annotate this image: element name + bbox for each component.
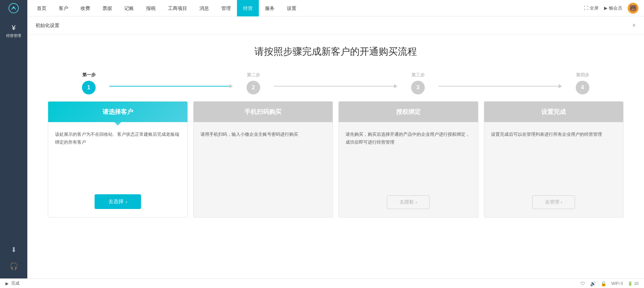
- nav-item-fee[interactable]: 收费: [74, 0, 96, 16]
- sidebar-item-label: 经营管理: [6, 33, 21, 38]
- nav-logo: [0, 0, 27, 16]
- step-1-circle: 1: [82, 81, 96, 94]
- nav-item-operation[interactable]: 经营: [237, 0, 259, 16]
- battery-icon: 🔋 10: [628, 281, 639, 286]
- card-2-body: 请用手机扫码，输入小微企业主账号密码进行购买: [194, 122, 333, 204]
- step-3: 第三步 3: [397, 72, 438, 94]
- page-title: 初始化设置: [36, 23, 59, 29]
- play-status-icon: ▶: [5, 281, 9, 286]
- headset-icon[interactable]: 🎧: [7, 259, 21, 273]
- card-2-footer: [194, 204, 333, 217]
- cards-row: 请选择客户 该处展示的客户为不在回收站、客户状态正常建账后完成老板端绑定的所有客…: [48, 101, 624, 218]
- card-4: 设置完成 设置完成后可以在管理列表进行所有企业用户的经营管理 去管理 ›: [484, 101, 624, 218]
- avatar[interactable]: 🐻: [628, 3, 639, 14]
- card-3: 授权绑定 请先购买，购买后选择开通的产品中的企业用户进行授权绑定，成功后即可进行…: [338, 101, 478, 218]
- card-2-header: 手机扫码购买: [194, 102, 333, 122]
- page-header: 初始化设置 ×: [27, 16, 644, 35]
- step-2-label: 第二步: [247, 72, 260, 78]
- connector-1: [109, 84, 233, 88]
- status-bar-right: 🛡 🔊 🔒 WiFi 0 🔋 10: [580, 281, 639, 286]
- nav-item-customer[interactable]: 客户: [53, 0, 74, 16]
- top-nav: 首页 客户 收费 票据 记账 报税 工商项目 消息 管理 经营 服务 设置 ⛶ …: [0, 0, 644, 16]
- card-2: 手机扫码购买 请用手机扫码，输入小微企业主账号密码进行购买: [193, 101, 333, 218]
- sidebar-bottom: ⬇ 🎧: [7, 243, 21, 278]
- step-2: 第二步 2: [233, 72, 274, 94]
- body-wrap: ¥ 经营管理 ⬇ 🎧 初始化设置 × 请按照步骤完成新客户的开通购买流程 第一步…: [0, 16, 644, 278]
- card-1: 请选择客户 该处展示的客户为不在回收站、客户状态正常建账后完成老板端绑定的所有客…: [48, 101, 188, 218]
- nav-item-settings[interactable]: 设置: [281, 0, 303, 16]
- sidebar: ¥ 经营管理 ⬇ 🎧: [0, 16, 27, 278]
- flow-content: 请按照步骤完成新客户的开通购买流程 第一步 1 第二步: [27, 35, 644, 231]
- download-icon[interactable]: ⬇: [8, 243, 19, 257]
- nav-item-home[interactable]: 首页: [31, 0, 53, 16]
- status-label: 完成: [11, 280, 19, 286]
- close-button[interactable]: ×: [632, 22, 636, 29]
- status-bar: ▶ 完成 🛡 🔊 🔒 WiFi 0 🔋 10: [0, 278, 644, 288]
- vip-label: 畅会员: [609, 5, 622, 11]
- card-4-footer: 去管理 ›: [484, 190, 624, 217]
- status-bar-left: ▶ 完成: [5, 280, 19, 286]
- card-3-footer: 去授权 ›: [339, 190, 478, 217]
- step-4: 第四步 4: [562, 72, 603, 94]
- step-2-circle: 2: [247, 81, 260, 94]
- volume-icon: 🔊: [590, 281, 596, 286]
- nav-item-message[interactable]: 消息: [193, 0, 215, 16]
- nav-item-account[interactable]: 记账: [118, 0, 140, 16]
- go-authorize-button[interactable]: 去授权 ›: [387, 195, 430, 209]
- fullscreen-btn[interactable]: ⛶ 全屏: [584, 5, 599, 11]
- shield-icon: 🛡: [580, 281, 585, 286]
- step-3-circle: 3: [411, 81, 425, 94]
- go-select-button[interactable]: 去选择 ›: [95, 194, 141, 209]
- fullscreen-icon: ⛶: [584, 5, 588, 11]
- vip-btn[interactable]: ▶ 畅会员: [604, 5, 622, 11]
- card-1-header: 请选择客户: [48, 102, 187, 122]
- nav-items: 首页 客户 收费 票据 记账 报税 工商项目 消息 管理 经营 服务 设置: [27, 0, 584, 16]
- step-3-label: 第三步: [411, 72, 425, 78]
- card-3-body: 请先购买，购买后选择开通的产品中的企业用户进行授权绑定，成功后即可进行经营管理: [339, 122, 478, 190]
- lock-icon: 🔒: [601, 281, 606, 286]
- nav-item-manage[interactable]: 管理: [215, 0, 237, 16]
- card-4-body: 设置完成后可以在管理列表进行所有企业用户的经营管理: [484, 122, 624, 190]
- card-1-body: 该处展示的客户为不在回收站、客户状态正常建账后完成老板端绑定的所有客户: [48, 122, 187, 189]
- wifi-icon: WiFi 0: [611, 281, 623, 286]
- sidebar-item-operation[interactable]: ¥ 经营管理: [0, 20, 27, 42]
- step-1-label: 第一步: [82, 72, 96, 78]
- connector-2: [274, 84, 397, 88]
- card-4-header: 设置完成: [484, 102, 624, 122]
- nav-item-tax[interactable]: 报税: [140, 0, 162, 16]
- flow-main-title: 请按照步骤完成新客户的开通购买流程: [48, 45, 624, 58]
- nav-item-service[interactable]: 服务: [259, 0, 281, 16]
- yuan-icon: ¥: [12, 24, 15, 32]
- nav-item-invoice[interactable]: 票据: [96, 0, 118, 16]
- main-content: 初始化设置 × 请按照步骤完成新客户的开通购买流程 第一步 1: [27, 16, 644, 278]
- step-4-label: 第四步: [576, 72, 589, 78]
- step-4-circle: 4: [576, 81, 589, 94]
- card-1-footer: 去选择 ›: [48, 189, 187, 217]
- step-1: 第一步 1: [68, 72, 109, 94]
- connector-3: [438, 84, 562, 88]
- svg-point-1: [13, 6, 15, 9]
- card-3-header: 授权绑定: [339, 102, 478, 122]
- nav-right: ⛶ 全屏 ▶ 畅会员 🐻: [584, 3, 644, 14]
- play-icon: ▶: [604, 5, 607, 11]
- fullscreen-label: 全屏: [590, 5, 599, 11]
- nav-item-industry[interactable]: 工商项目: [162, 0, 193, 16]
- go-manage-button[interactable]: 去管理 ›: [532, 195, 575, 209]
